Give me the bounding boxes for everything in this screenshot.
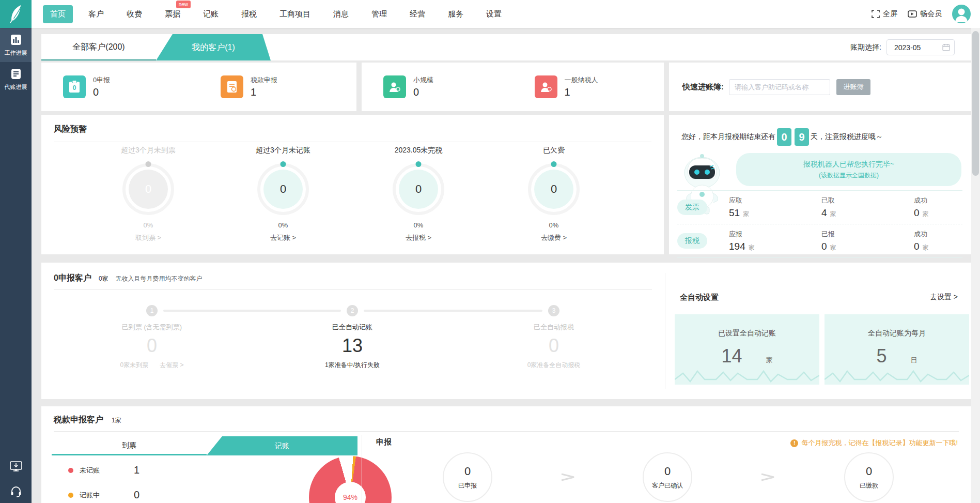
member-button[interactable]: 畅会员 xyxy=(908,9,942,19)
notice-text: 每个月报完税，记得在【报税记录】功能更新一下哦! xyxy=(801,438,958,448)
nav-item-management[interactable]: 管理 xyxy=(364,5,394,23)
fullscreen-button[interactable]: 全屏 xyxy=(872,9,897,19)
greeting-prefix: 您好，距本月报税期结束还有 xyxy=(681,132,775,142)
risk-link-get-invoice[interactable]: 取到票 > xyxy=(91,233,205,242)
nav-item-operations[interactable]: 经营 xyxy=(402,5,432,23)
tax-robot-panel: 您好，距本月报税期结束还有 0 9 天，注意报税进度哦～ xyxy=(669,115,971,254)
stat-label: 一般纳税人 xyxy=(565,75,598,85)
divider xyxy=(54,431,959,432)
customer-service-headset-icon[interactable] xyxy=(10,485,22,498)
nav-item-customers[interactable]: 客户 xyxy=(81,5,111,23)
nav-item-invoices[interactable]: 票据new xyxy=(158,5,188,23)
fullscreen-icon xyxy=(872,10,880,18)
divider xyxy=(54,289,652,290)
step-auto-tax-filing: 3 已全自动报税 0 0家准备全自动报税 xyxy=(487,305,621,370)
step-auto-bookkeeping: 2 已全自动记账 13 1家准备中/执行失败 xyxy=(285,305,419,370)
stat-value: 0 xyxy=(413,86,433,98)
app-logo[interactable] xyxy=(0,0,32,28)
period-select[interactable]: 2023-05 xyxy=(886,39,955,55)
nav-item-fees[interactable]: 收费 xyxy=(119,5,149,23)
gauge-dot xyxy=(416,161,422,167)
dashboard-page: 首页 客户 收费 票据new 记账 报税 工商项目 消息 管理 经营 服务 设置… xyxy=(0,0,980,503)
auto-card-label: 全自动记账为每月 xyxy=(825,329,969,338)
circle-label: 已申报 xyxy=(458,481,477,490)
nav-item-messages[interactable]: 消息 xyxy=(326,5,356,23)
calendar-icon xyxy=(942,43,950,51)
step-label: 已全自动记账 xyxy=(285,323,419,332)
step-sub-text: 1家准备中/执行失败 xyxy=(325,361,380,370)
invoice-row: 发票 应取 51家 已取 4家 成功 0家 xyxy=(677,191,962,224)
tax-declare-panel: 税款申报客户 1家 到票 记账 未记账 1 记账中 0 94% 申报 ! 每个月… xyxy=(41,406,971,503)
risk-link-go-bookkeeping[interactable]: 去记账 > xyxy=(226,233,340,242)
step-label: 已全自动报税 xyxy=(487,323,621,332)
stat-tax-declare: 税款申报 1 xyxy=(199,63,356,111)
robot-stats-table: 发票 应取 51家 已取 4家 成功 0家 报税 应报 194家 xyxy=(677,190,962,258)
vertical-divider xyxy=(362,435,362,503)
stat-value: 1 xyxy=(251,86,277,98)
enter-ledger-button[interactable]: 进账簿 xyxy=(836,79,870,95)
risk-item-no-bookkeeping: 超过3个月未记账 0 0% 去记账 > xyxy=(226,146,340,242)
sidebar-item-work-progress[interactable]: 工作进展 xyxy=(0,28,32,62)
nav-item-services[interactable]: 服务 xyxy=(441,5,471,23)
tab-bookkeeping[interactable]: 记账 xyxy=(207,436,357,455)
step-sub-text: 0家准备全自动报税 xyxy=(527,361,581,370)
stats-card-taxpayer-type: 小规模 0 一般纳税人 1 xyxy=(362,63,664,111)
nav-item-home[interactable]: 首页 xyxy=(43,5,73,23)
stat-value: 1 xyxy=(565,86,598,98)
risk-gauge: 0 xyxy=(257,163,309,215)
risk-link-go-pay[interactable]: 去缴费 > xyxy=(497,233,611,242)
tax-declare-title: 税款申报客户 xyxy=(54,415,103,425)
go-settings-link[interactable]: 去设置 > xyxy=(930,293,958,302)
red-dot-icon xyxy=(68,468,73,473)
risk-link-go-tax-filing[interactable]: 去报税 > xyxy=(362,233,475,242)
zero-declare-desc: 无收入且每月费用均不变的客户 xyxy=(116,275,203,283)
client-download-icon[interactable] xyxy=(9,461,23,473)
step-number: 2 xyxy=(347,305,358,316)
tax-declare-count: 1家 xyxy=(112,416,121,425)
stat-label: 税款申报 xyxy=(251,75,277,85)
stats-card-declare: 0 0申报 0 税款申报 1 xyxy=(41,63,356,111)
risk-label: 已欠费 xyxy=(497,146,611,156)
invoice-tag: 发票 xyxy=(677,200,707,215)
days-digit-2: 9 xyxy=(795,128,809,146)
new-badge: new xyxy=(176,1,191,8)
robot-status-text: 报税机器人已帮您执行完毕~ xyxy=(803,160,894,169)
gauge-dot xyxy=(146,161,151,167)
legend-value: 0 xyxy=(134,489,139,501)
circle-value: 0 xyxy=(664,465,671,478)
period-selector-group: 账期选择: 2023-05 xyxy=(850,39,955,55)
nav-item-business-projects[interactable]: 工商项目 xyxy=(272,5,318,23)
auto-card-value: 14 xyxy=(721,345,742,367)
main-nav: 首页 客户 收费 票据new 记账 报税 工商项目 消息 管理 经营 服务 设置 xyxy=(43,5,517,23)
risk-item-no-invoice: 超过3个月未到票 0 0% 取到票 > xyxy=(91,146,205,242)
nav-item-settings[interactable]: 设置 xyxy=(479,5,509,23)
step-invoice-arrived: 1 已到票 (含无需到票) 0 0家未到票 去催票 > xyxy=(85,305,219,370)
urge-invoice-link[interactable]: 去催票 > xyxy=(160,361,183,370)
quick-ledger-label: 快速进账簿: xyxy=(682,82,724,92)
robot-status-bubble: 报税机器人已帮您执行完毕~ (该数据显示全国数据) xyxy=(736,153,961,186)
customer-search-input[interactable] xyxy=(729,79,830,95)
customer-tab-strip: 全部客户(200) 我的客户(1) 账期选择: 2023-05 xyxy=(41,34,971,60)
auto-setting-title: 全自动设置 xyxy=(680,293,719,302)
gauge-dot xyxy=(551,161,557,167)
tax-filing-row: 报税 应报 194家 已报 0家 成功 0家 xyxy=(677,224,962,257)
paid-circle: 0 已缴款 xyxy=(844,452,894,502)
user-avatar[interactable] xyxy=(952,5,971,23)
tax-col-due: 应报 194家 xyxy=(715,230,808,252)
risk-percent: 0% xyxy=(226,221,340,229)
vertical-scrollbar[interactable] xyxy=(971,28,980,503)
risk-item-fees-owed: 已欠费 0 0% 去缴费 > xyxy=(497,146,611,242)
risk-item-tax-unfinished: 2023.05未完税 0 0% 去报税 > xyxy=(362,146,475,242)
scrollbar-thumb[interactable] xyxy=(972,31,979,176)
nav-item-bookkeeping[interactable]: 记账 xyxy=(196,5,226,23)
step-label: 已到票 (含无需到票) xyxy=(85,323,219,332)
tab-invoice-arrival[interactable]: 到票 xyxy=(52,436,207,455)
clipboard-zero-icon: 0 xyxy=(63,75,86,98)
tab-all-customers[interactable]: 全部客户(200) xyxy=(41,34,156,60)
step-value: 13 xyxy=(285,335,419,357)
sidebar-item-bookkeeping-progress[interactable]: 代账进展 xyxy=(0,62,32,96)
nav-item-tax-filing[interactable]: 报税 xyxy=(234,5,264,23)
fullscreen-label: 全屏 xyxy=(883,9,897,19)
tab-my-customers[interactable]: 我的客户(1) xyxy=(156,34,271,60)
top-navigation-bar: 首页 客户 收费 票据new 记账 报税 工商项目 消息 管理 经营 服务 设置… xyxy=(0,0,980,28)
